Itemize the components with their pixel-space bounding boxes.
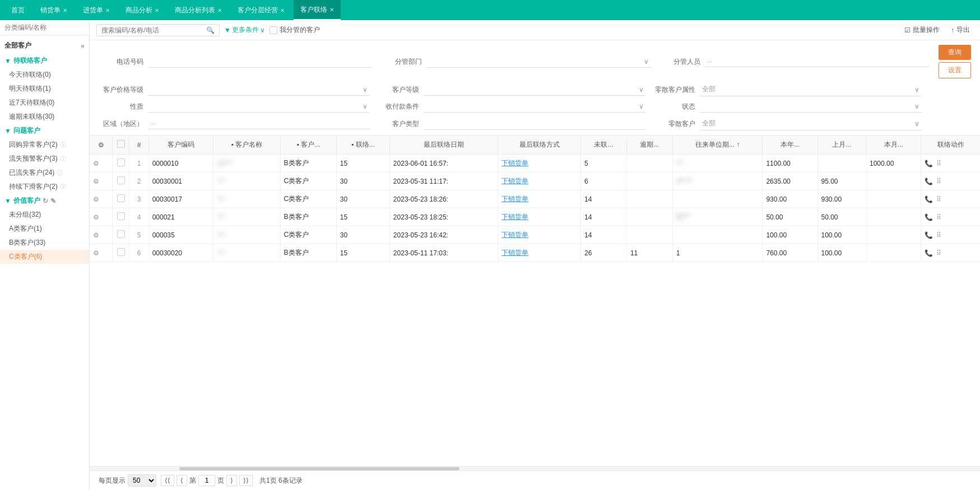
sidebar-all-customers[interactable]: 全部客户 « [0,38,89,54]
row-last-method[interactable]: 下销货单 [498,172,581,190]
sidebar-section-pending[interactable]: ▼ 待联络客户 [0,54,89,68]
row-checkbox[interactable] [113,190,129,208]
row-last-method[interactable]: 下销货单 [498,226,581,244]
row-checkbox[interactable] [113,172,129,190]
filter-select-region[interactable]: ··· [148,119,370,129]
col-unlinked[interactable]: 未联... [581,136,627,155]
row-gear[interactable]: ⚙ [90,208,113,226]
row-checkbox[interactable] [113,155,129,172]
filter-select-payment[interactable]: ∨ [424,101,645,113]
more-icon[interactable]: ⠿ [936,231,941,239]
filter-select-level[interactable]: ∨ [424,84,645,96]
filter-select-price-level[interactable]: ∨ [148,84,370,96]
row-gear[interactable]: ⚙ [90,155,113,172]
close-icon[interactable]: ✕ [280,7,285,13]
sidebar-item-b-class[interactable]: B类客户(33) [0,236,89,250]
row-last-method[interactable]: 下销货单 [498,208,581,226]
row-gear[interactable]: ⚙ [90,190,113,208]
col-code[interactable]: 客户编码 [148,136,213,155]
close-icon[interactable]: ✕ [105,7,110,13]
filter-select-nature[interactable]: ∨ [148,101,370,113]
sidebar-section-problem[interactable]: ▼ 问题客户 [0,124,89,138]
sidebar-item-unclassified[interactable]: 未分组(32) [0,208,89,222]
filter-input-phone[interactable] [148,56,373,68]
page-num-input[interactable] [198,475,215,486]
col-last-date[interactable]: 最后联络日期 [389,136,498,155]
search-icon[interactable]: 🔍 [206,26,215,34]
row-checkbox[interactable] [113,244,129,262]
export-btn[interactable]: ↑ 导出 [948,24,973,36]
filter-select-manager[interactable]: ··· [705,57,930,67]
phone-icon[interactable]: 📞 [925,195,933,203]
page-first-btn[interactable]: ⟨⟨ [161,475,174,486]
sidebar-item-tomorrow-contact[interactable]: 明天待联络(1) [0,82,89,96]
col-associated[interactable]: 往来单位期... ↑ [672,136,763,155]
col-year[interactable]: 本年... [763,136,818,155]
query-button[interactable]: 查询 [939,45,971,60]
nav-purchase[interactable]: 进货单 ✕ [76,0,117,20]
col-overdue[interactable]: 逾期... [626,136,672,155]
phone-icon[interactable]: 📞 [925,178,933,185]
col-contact[interactable]: ▪ 联络... [336,136,389,155]
more-icon[interactable]: ⠿ [936,178,941,185]
sidebar-item-7days-contact[interactable]: 近7天待联络(0) [0,96,89,110]
horizontal-scrollbar[interactable] [90,466,980,470]
edit-icon[interactable]: ✎ [50,197,56,205]
filter-input-cust-type[interactable] [424,118,645,130]
close-icon[interactable]: ✕ [155,7,159,13]
my-customers-checkbox[interactable]: 我分管的客户 [270,25,320,35]
col-last-month[interactable]: 上月... [818,136,866,155]
more-conditions-btn[interactable]: ▼ 更多条件 ∨ [224,25,265,35]
row-last-method[interactable]: 下销货单 [498,190,581,208]
more-icon[interactable]: ⠿ [936,213,941,221]
nav-analysis[interactable]: 商品分析 ✕ [119,0,166,20]
col-cur-month[interactable]: 本月... [866,136,921,155]
phone-icon[interactable]: 📞 [925,231,933,239]
nav-customer-segment[interactable]: 客户分层经营 ✕ [231,0,291,20]
nav-analysis-list[interactable]: 商品分析列表 ✕ [168,0,229,20]
filter-select-retail[interactable]: 全部 ∨ [700,117,922,130]
checkbox-icon[interactable] [270,26,277,34]
more-icon[interactable]: ··· [150,120,155,127]
page-last-btn[interactable]: ⟩⟩ [239,475,253,486]
sidebar-item-churn-warning[interactable]: 流失预警客户(3) ⓘ [0,152,89,166]
filter-select-status[interactable]: ∨ [700,101,922,113]
refresh-icon[interactable]: ↻ [43,197,48,205]
page-size-select[interactable]: 50 100 [128,474,156,487]
more-icon[interactable]: ⠿ [936,249,941,257]
col-checkbox-all[interactable] [113,136,129,155]
row-gear[interactable]: ⚙ [90,244,113,262]
sidebar-section-value[interactable]: ▼ 价值客户 ↻ ✎ [0,194,89,208]
filter-select-dept[interactable]: ∨ [426,56,651,68]
row-last-method[interactable]: 下销货单 [498,155,581,172]
set-button[interactable]: 设置 [939,62,971,78]
nav-home[interactable]: 首页 [4,0,31,20]
close-icon[interactable]: ✕ [217,7,222,13]
page-next-btn[interactable]: ⟩ [226,475,237,486]
col-name[interactable]: ▪ 客户名称 [213,136,280,155]
close-icon[interactable]: ✕ [329,7,334,13]
more-icon[interactable]: ⠿ [936,195,941,203]
col-gear[interactable]: ⚙ [90,136,113,155]
col-last-method[interactable]: 最后联络方式 [498,136,581,155]
close-icon[interactable]: ✕ [63,7,67,13]
more-icon[interactable]: ··· [707,58,712,65]
row-checkbox[interactable] [113,226,129,244]
filter-select-retail-attr[interactable]: 全部 ∨ [700,83,922,96]
page-prev-btn[interactable]: ⟨ [177,475,187,486]
phone-icon[interactable]: 📞 [925,160,933,167]
sidebar-item-overdue-contact[interactable]: 逾期未联络(30) [0,110,89,124]
row-last-method[interactable]: 下销货单 [498,244,581,262]
more-icon[interactable]: ⠿ [936,160,941,167]
filter-search-input[interactable] [101,26,204,34]
col-type[interactable]: ▪ 客户... [280,136,336,155]
sidebar-item-c-class[interactable]: C类客户(6) [0,250,89,264]
nav-customer-contact[interactable]: 客户联络 ✕ [294,0,341,20]
filter-search-box[interactable]: 🔍 [96,24,220,36]
row-checkbox[interactable] [113,208,129,226]
phone-icon[interactable]: 📞 [925,213,933,221]
sidebar-item-declining[interactable]: 持续下滑客户(2) ⓘ [0,180,89,194]
sidebar-item-today-contact[interactable]: 今天待联络(0) [0,68,89,82]
nav-sales[interactable]: 销货单 ✕ [34,0,74,20]
sidebar-search-input[interactable] [4,24,89,31]
